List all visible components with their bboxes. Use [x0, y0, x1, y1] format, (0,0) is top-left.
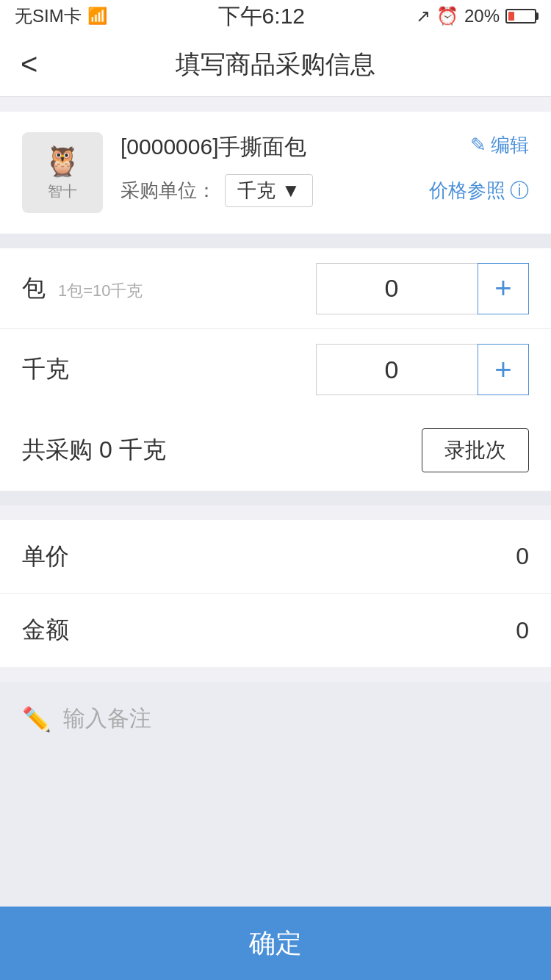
bag-input-row: 包 1包=10千克 +: [0, 248, 551, 329]
amount-value: 0: [516, 617, 529, 644]
edit-label: 编辑: [491, 132, 529, 158]
page-title: 填写商品采购信息: [176, 48, 375, 82]
notes-placeholder-text: 输入备注: [63, 704, 151, 734]
purchase-unit: 采购单位： 千克 ▼: [120, 174, 313, 207]
unit-price-value: 0: [516, 543, 529, 570]
dropdown-arrow-icon: ▼: [281, 179, 300, 202]
summary-text: 共采购 0 千克: [22, 434, 166, 466]
price-ref-button[interactable]: 价格参照 ⓘ: [429, 178, 529, 203]
location-icon: ↗: [416, 6, 431, 26]
unit-price-row: 单价 0: [0, 520, 551, 594]
bag-input-right: +: [316, 263, 529, 314]
product-name: [0000006]手撕面包: [120, 132, 306, 162]
edit-button[interactable]: ✎ 编辑: [470, 132, 529, 158]
product-image: 🦉 智十: [22, 132, 103, 213]
product-section: 🦉 智十 [0000006]手撕面包 ✎ 编辑 采购单位： 千克 ▼ 价格参照: [0, 112, 551, 234]
clock: 下午6:12: [218, 1, 305, 32]
kg-label: 千克: [22, 353, 69, 386]
product-header: [0000006]手撕面包 ✎ 编辑: [120, 132, 529, 162]
product-name-text: 手撕面包: [218, 134, 306, 159]
unit-price-label: 单价: [22, 541, 69, 573]
amount-label: 金额: [22, 614, 69, 646]
product-code: [0000006]: [120, 134, 218, 159]
nav-bar: < 填写商品采购信息: [0, 32, 551, 97]
battery-tip: [536, 12, 539, 20]
kg-input-right: +: [316, 344, 529, 395]
kg-input-row: 千克 +: [0, 329, 551, 410]
carrier-text: 无SIM卡: [15, 4, 82, 28]
price-section: 单价 0 金额 0: [0, 520, 551, 667]
unit-dropdown[interactable]: 千克 ▼: [225, 174, 313, 207]
confirm-button[interactable]: 确定: [0, 907, 551, 980]
status-bar: 无SIM卡 📶 下午6:12 ↗ ⏰ 20%: [0, 0, 551, 32]
input-section: 包 1包=10千克 + 千克 +: [0, 248, 551, 410]
divider-2: [0, 491, 551, 505]
notes-section[interactable]: ✏️ 输入备注: [0, 682, 551, 756]
summary-row: 共采购 0 千克 录批次: [0, 410, 551, 491]
battery-fill: [508, 12, 515, 21]
back-button[interactable]: <: [21, 48, 37, 81]
question-icon: ⓘ: [510, 178, 529, 203]
wifi-icon: 📶: [87, 7, 107, 26]
product-logo-text: 智十: [48, 181, 77, 201]
status-left: 无SIM卡 📶: [15, 4, 107, 28]
notes-pencil-icon: ✏️: [22, 705, 51, 733]
confirm-label: 确定: [249, 926, 302, 962]
bag-quantity-input[interactable]: [316, 263, 478, 314]
divider-1: [0, 234, 551, 248]
battery-icon: [505, 9, 536, 24]
bag-plus-button[interactable]: +: [478, 263, 529, 314]
kg-quantity-input[interactable]: [316, 344, 478, 395]
unit-value: 千克: [237, 178, 276, 203]
bag-label: 包: [22, 275, 46, 301]
alarm-icon: ⏰: [436, 6, 458, 26]
product-meta: 采购单位： 千克 ▼ 价格参照 ⓘ: [120, 174, 529, 207]
bag-sub-label: 1包=10千克: [58, 281, 143, 300]
product-info: [0000006]手撕面包 ✎ 编辑 采购单位： 千克 ▼ 价格参照 ⓘ: [120, 132, 529, 207]
status-right: ↗ ⏰ 20%: [416, 6, 536, 26]
unit-label: 采购单位：: [120, 178, 216, 203]
battery-percent: 20%: [464, 6, 500, 26]
bag-label-group: 包 1包=10千克: [22, 273, 143, 305]
batch-button[interactable]: 录批次: [422, 428, 529, 472]
price-ref-label: 价格参照: [429, 178, 505, 203]
amount-row: 金额 0: [0, 594, 551, 667]
product-logo-icon: 🦉: [44, 144, 81, 179]
edit-icon: ✎: [470, 134, 486, 156]
kg-plus-button[interactable]: +: [478, 344, 529, 395]
